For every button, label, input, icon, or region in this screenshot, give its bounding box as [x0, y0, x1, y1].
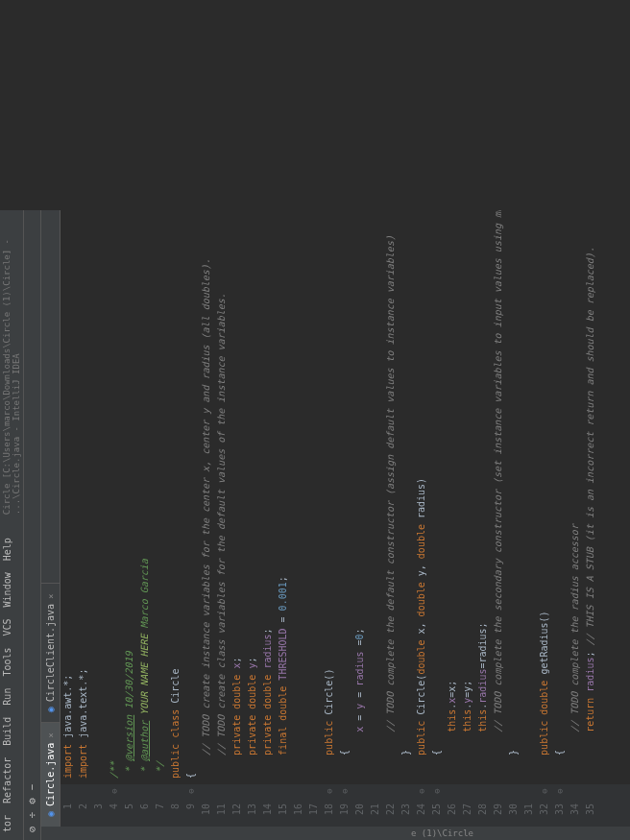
menu-item[interactable]: Help	[2, 538, 21, 561]
project-path: e (1)\Circle	[41, 827, 630, 840]
divider-icon: ÷	[26, 812, 38, 819]
file-icon: ◉	[45, 811, 56, 817]
editor-tabs: ◉ Circle.java × ◉ CircleClient.java ×	[41, 210, 61, 827]
fold-gutter[interactable]: ⊖⊖⊖⊖⊖⊖⊖⊖	[61, 784, 630, 798]
menu-item[interactable]: Build	[2, 717, 21, 746]
code-editor[interactable]: 1234567891011121314151617181920212223242…	[61, 210, 630, 827]
tab-label: Circle.java	[45, 743, 56, 806]
minus-icon[interactable]: −	[26, 784, 38, 791]
tab-circle[interactable]: ◉ Circle.java ×	[41, 722, 60, 827]
tab-label: CircleClient.java	[45, 604, 56, 702]
close-icon[interactable]: ×	[46, 732, 56, 737]
menu-item[interactable]: Tools	[2, 647, 21, 676]
stop-icon[interactable]: ⊘	[26, 826, 38, 832]
menu-item[interactable]: Run	[2, 688, 21, 706]
close-icon[interactable]: ×	[46, 594, 56, 599]
window-title: Circle [C:\Users\marco\Downloads\Circle …	[2, 218, 21, 515]
code-area[interactable]: import java.awt.*;import java.text.*;/**…	[61, 210, 630, 784]
tab-circleclient[interactable]: ◉ CircleClient.java ×	[41, 584, 60, 723]
menu-item[interactable]: Refactor	[2, 757, 21, 804]
menu-item[interactable]: Window	[2, 572, 21, 607]
settings-icon[interactable]: ⚙	[26, 798, 38, 804]
line-gutter: 1234567891011121314151617181920212223242…	[61, 798, 630, 827]
file-icon: ◉	[45, 707, 56, 712]
menu-item[interactable]: VCS	[2, 618, 21, 636]
toolbar: ⊘ ÷ ⚙ −	[24, 210, 41, 840]
menu-item[interactable]: tor	[2, 815, 21, 832]
menubar: tor Refactor Build Run Tools VCS Window …	[0, 210, 24, 840]
